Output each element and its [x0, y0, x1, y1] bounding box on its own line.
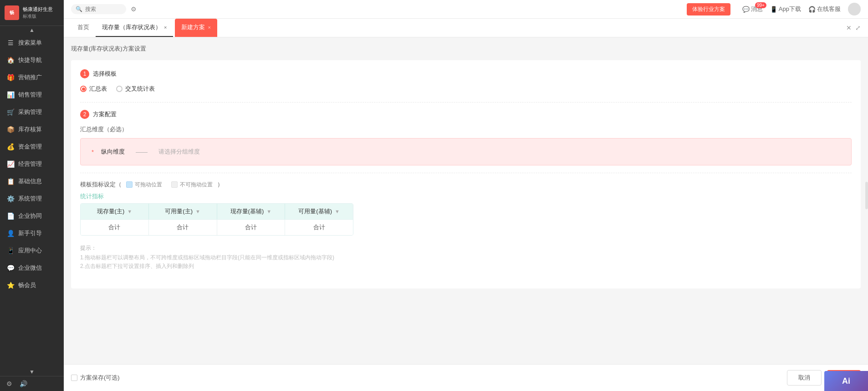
stats-header-cell-3[interactable]: 可用量(基辅) ▼ — [285, 204, 353, 219]
sidebar-nav: ☰ 搜索菜单 🏠 快捷导航 🎁 营销推广 📊 销售管理 🛒 采购管理 📦 库存核… — [0, 34, 64, 368]
sidebar-item-new-guide[interactable]: 👤 新手引导 — [0, 225, 64, 242]
search-input[interactable] — [85, 6, 122, 12]
tab-new-plan[interactable]: 新建方案 × — [175, 19, 217, 37]
home-icon: 🏠 — [6, 56, 15, 64]
radio-summary-circle — [80, 86, 87, 92]
sidebar-scroll-up[interactable]: ▲ — [0, 26, 64, 34]
sidebar-header: 畅 畅康通好生意 标准版 — [0, 0, 64, 26]
divider2 — [80, 173, 852, 173]
tab-inventory[interactable]: 现存量（库存状况表） × — [96, 19, 173, 37]
right-scrollbar — [865, 182, 868, 209]
app-download-button[interactable]: 📱 App下载 — [770, 5, 801, 13]
indicator-settings: 模板指标设定（ 可拖动位置 不可拖动位置 ） 统计指标 — [80, 180, 852, 237]
sidebar: 畅 畅康通好生意 标准版 ▲ ☰ 搜索菜单 🏠 快捷导航 🎁 营销推广 📊 销售… — [0, 0, 64, 391]
sidebar-item-sales[interactable]: 📊 销售管理 — [0, 86, 64, 103]
main-card: 1 选择模板 汇总表 交叉统计表 2 — [71, 60, 861, 288]
cart-icon: 🛒 — [6, 108, 15, 116]
sidebar-item-system[interactable]: ⚙️ 系统管理 — [0, 190, 64, 207]
online-service-button[interactable]: 🎧 在线客服 — [808, 5, 841, 13]
sidebar-item-wechat[interactable]: 💬 企业微信 — [0, 259, 64, 277]
expand-button[interactable]: ⤢ — [855, 24, 861, 31]
stats-data-cell-0-3: 合计 — [285, 220, 353, 235]
chevron-down-icon-0[interactable]: ▼ — [127, 209, 132, 214]
close-window-button[interactable]: ✕ — [846, 24, 852, 31]
radio-cross[interactable]: 交叉统计表 — [116, 85, 155, 93]
cancel-button[interactable]: 取消 — [787, 370, 822, 386]
sidebar-item-operations[interactable]: 📈 经营管理 — [0, 155, 64, 173]
tips-section: 提示： 1.拖动标题栏可以调整布局，不可跨维度或指标区域拖动栏目字段(只能在同一… — [80, 244, 852, 270]
stats-table: 现存量(主) ▼ 可用量(主) ▼ 现存量(基辅) ▼ — [80, 203, 353, 236]
search-bar[interactable]: 🔍 — [71, 4, 126, 14]
step1-title: 选择模板 — [93, 70, 117, 78]
tips-item-1: 2.点击标题栏下拉可设置排序、插入列和删除列 — [80, 262, 852, 270]
search-icon: 🔍 — [76, 6, 82, 12]
sidebar-item-member[interactable]: ⭐ 畅会员 — [0, 277, 64, 294]
legend-non-draggable: 不可拖动位置 — [171, 181, 213, 189]
chevron-down-icon-3[interactable]: ▼ — [335, 209, 340, 214]
tab-new-plan-close[interactable]: × — [208, 25, 210, 30]
stats-header-cell-0[interactable]: 现存量(主) ▼ — [81, 204, 149, 219]
doc-icon: 📋 — [6, 177, 15, 185]
step2-section: 2 方案配置 汇总维度（必选） * 纵向维度 —— 请选择分组维度 模板指标设定… — [80, 110, 852, 270]
audio-bottom-button[interactable]: 🔊 — [20, 380, 27, 387]
sidebar-bottom: ⚙ 🔊 — [0, 376, 64, 391]
settings-bottom-button[interactable]: ⚙ — [6, 380, 12, 387]
sidebar-item-search-menu[interactable]: ☰ 搜索菜单 — [0, 34, 64, 51]
save-checkbox[interactable] — [71, 375, 77, 381]
dimension-select-area: * 纵向维度 —— 请选择分组维度 — [80, 138, 852, 165]
legend-draggable: 可拖动位置 — [126, 181, 162, 189]
sidebar-item-inventory[interactable]: 📦 库存核算 — [0, 121, 64, 138]
save-option[interactable]: 方案保存(可选) — [71, 374, 120, 382]
step1-section: 1 选择模板 汇总表 交叉统计表 — [80, 69, 852, 93]
sidebar-item-basic-info[interactable]: 📋 基础信息 — [0, 173, 64, 190]
dim-separator: —— — [136, 149, 148, 155]
message-button[interactable]: 💬 消息 99+ — [742, 5, 763, 13]
box-icon: 📦 — [6, 125, 15, 134]
stats-data-row-0: 合计 合计 合计 合计 — [81, 219, 353, 235]
stats-header-cell-1[interactable]: 可用量(主) ▼ — [149, 204, 217, 219]
radio-summary[interactable]: 汇总表 — [80, 85, 107, 93]
chevron-down-icon-1[interactable]: ▼ — [195, 209, 200, 214]
gear-icon: ⚙️ — [6, 195, 15, 203]
stats-header-cell-2[interactable]: 现存量(基辅) ▼ — [217, 204, 286, 219]
chart-icon: 📈 — [6, 160, 15, 168]
step2-title: 方案配置 — [93, 110, 117, 118]
trial-button[interactable]: 体验行业方案 — [687, 3, 730, 15]
sidebar-item-app-center[interactable]: 📱 应用中心 — [0, 242, 64, 259]
contract-icon: 📄 — [6, 212, 15, 220]
topbar-gear-button[interactable]: ⚙ — [131, 5, 137, 13]
divider1 — [80, 102, 852, 103]
dim-placeholder[interactable]: 请选择分组维度 — [158, 148, 200, 156]
main-area: 🔍 ⚙ 体验行业方案 💬 消息 99+ 📱 App下载 🎧 在线客服 首页 — [64, 0, 868, 391]
template-options: 汇总表 交叉统计表 — [80, 85, 852, 93]
sidebar-item-marketing[interactable]: 🎁 营销推广 — [0, 69, 64, 86]
stats-label: 统计指标 — [80, 192, 852, 201]
topbar-icons: 💬 消息 99+ 📱 App下载 🎧 在线客服 — [742, 3, 861, 15]
sidebar-item-purchase[interactable]: 🛒 采购管理 — [0, 103, 64, 121]
gift-icon: 🎁 — [6, 73, 15, 82]
draggable-box — [126, 181, 133, 188]
ai-badge[interactable]: Ai — [824, 371, 868, 391]
tips-item-0: 1.拖动标题栏可以调整布局，不可跨维度或指标区域拖动栏目字段(只能在同一维度或指… — [80, 254, 852, 262]
sidebar-item-contract[interactable]: 📄 企业协同 — [0, 207, 64, 225]
sidebar-item-quick-nav[interactable]: 🏠 快捷导航 — [0, 51, 64, 69]
step2-number: 2 — [80, 110, 89, 119]
sidebar-scroll-down[interactable]: ▼ — [0, 368, 64, 376]
content-area: 现存量(库存状况表)方案设置 1 选择模板 汇总表 交叉统计表 — [64, 37, 868, 364]
bottom-bar: 方案保存(可选) 取消 查询 — [64, 364, 868, 391]
tab-home[interactable]: 首页 — [71, 19, 96, 37]
message-badge: 99+ — [755, 2, 766, 8]
user-avatar[interactable] — [848, 3, 861, 15]
step1-header: 1 选择模板 — [80, 69, 852, 78]
mobile-icon: 📱 — [6, 247, 15, 255]
chevron-down-icon-2[interactable]: ▼ — [266, 209, 271, 214]
tab-inventory-close[interactable]: × — [164, 25, 167, 30]
wechat-icon: 💬 — [6, 264, 15, 272]
app-logo: 畅 — [5, 5, 19, 20]
stats-data-cell-0-0: 合计 — [81, 220, 149, 235]
stats-data-cell-0-1: 合计 — [149, 220, 217, 235]
headset-icon: 🎧 — [808, 6, 816, 13]
step2-header: 2 方案配置 — [80, 110, 852, 119]
sidebar-item-finance[interactable]: 💰 资金管理 — [0, 138, 64, 155]
app-download-icon: 📱 — [770, 6, 777, 13]
